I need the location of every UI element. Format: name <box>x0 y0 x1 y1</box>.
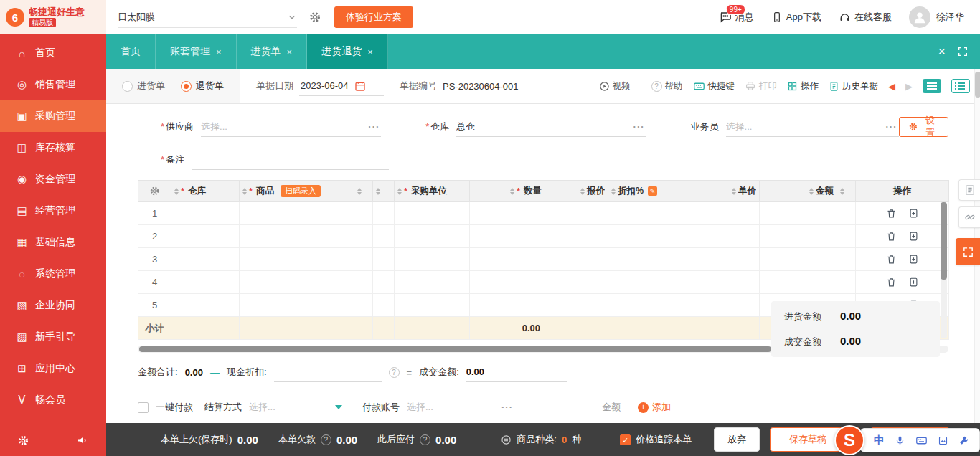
cell-qty[interactable] <box>470 271 545 294</box>
ime-mic-icon[interactable] <box>895 435 905 446</box>
history-button[interactable]: 历史单据 <box>829 80 878 92</box>
onekey-pay-checkbox[interactable] <box>138 402 149 413</box>
warehouse-more-button[interactable]: ··· <box>632 121 646 132</box>
sidebar-item-guide[interactable]: ▨新手引导 <box>0 321 106 353</box>
vertical-scrollbar-thumb[interactable] <box>941 202 947 280</box>
prev-doc-icon[interactable]: ◀ <box>888 81 895 92</box>
cell-price[interactable] <box>682 294 760 317</box>
sidebar-item-member[interactable]: Ⅴ畅会员 <box>0 384 106 416</box>
copy-row-icon[interactable] <box>908 277 919 288</box>
cash-discount-input[interactable] <box>274 364 400 381</box>
cell-product[interactable] <box>240 202 354 225</box>
video-button[interactable]: 视频 <box>599 80 631 92</box>
warehouse-input[interactable] <box>456 118 631 136</box>
add-payment-button[interactable]: + 添加 <box>638 401 671 414</box>
ime-tools-icon[interactable] <box>958 435 969 446</box>
supplier-input[interactable] <box>201 118 367 136</box>
cell-discount[interactable] <box>608 225 682 248</box>
cell-amount[interactable] <box>760 202 837 225</box>
sidebar-item-sales[interactable]: ◎销售管理 <box>0 69 106 100</box>
copy-row-icon[interactable] <box>908 231 919 242</box>
delete-row-icon[interactable] <box>886 254 897 265</box>
salesman-input[interactable] <box>726 118 885 136</box>
company-select[interactable]: 日太阳膜 <box>118 6 297 28</box>
online-service-button[interactable]: 在线客服 <box>839 11 892 24</box>
copy-row-icon[interactable] <box>908 254 919 265</box>
cell-product[interactable] <box>240 271 354 294</box>
operations-button[interactable]: 操作 <box>787 80 819 92</box>
radio-return-order[interactable]: 退货单 <box>181 80 224 92</box>
sort-icon[interactable] <box>174 188 179 195</box>
cell-qty[interactable] <box>470 225 545 248</box>
sidebar-item-baseinfo[interactable]: ▦基础信息 <box>0 227 106 258</box>
cell-discount[interactable] <box>608 271 682 294</box>
cell-price[interactable] <box>682 202 760 225</box>
cell-discount[interactable] <box>608 202 682 225</box>
settings-gear-icon[interactable] <box>17 434 29 447</box>
pay-account-input[interactable] <box>407 399 500 416</box>
tab-close-icon[interactable]: × <box>367 47 373 57</box>
supplier-more-button[interactable]: ··· <box>367 121 381 132</box>
print-button[interactable]: 打印 <box>745 80 777 92</box>
cell-qty[interactable] <box>470 248 545 271</box>
cell-qty[interactable] <box>470 202 545 225</box>
sidebar-item-collaboration[interactable]: ▧企业协同 <box>0 290 106 321</box>
feedback-form-button[interactable] <box>958 179 980 201</box>
price-track-checkbox[interactable]: ✓ <box>620 434 631 445</box>
delete-row-icon[interactable] <box>886 277 897 288</box>
remark-input[interactable] <box>192 151 389 168</box>
discount-edit-icon[interactable]: ✎ <box>648 186 657 196</box>
page-scrollbar-thumb[interactable] <box>975 72 980 98</box>
sort-icon[interactable] <box>580 188 585 195</box>
cell-warehouse[interactable] <box>171 248 240 271</box>
cell-quote[interactable] <box>545 248 608 271</box>
avatar[interactable] <box>909 6 930 28</box>
sidebar-item-funds[interactable]: ◉资金管理 <box>0 163 106 195</box>
ime-lang-toggle[interactable]: 中 <box>874 434 885 447</box>
radio-purchase-order[interactable]: 进货单 <box>122 80 165 92</box>
settings-button[interactable]: 设置 <box>899 117 948 137</box>
delete-row-icon[interactable] <box>886 208 897 219</box>
tab-close-icon[interactable]: × <box>287 47 293 57</box>
question-icon[interactable]: ? <box>389 367 400 378</box>
fullscreen-icon[interactable] <box>957 46 969 57</box>
sort-icon[interactable] <box>840 188 844 195</box>
cell-unit[interactable] <box>395 271 470 294</box>
sort-icon[interactable] <box>732 188 736 195</box>
cell-price[interactable] <box>682 271 760 294</box>
cell-amount[interactable] <box>760 271 837 294</box>
share-link-button[interactable] <box>958 206 980 228</box>
scan-entry-button[interactable]: 扫码录入 <box>281 185 321 197</box>
settle-method-input[interactable] <box>249 399 335 416</box>
abandon-button[interactable]: 放弃 <box>714 427 760 452</box>
sort-icon[interactable] <box>357 188 362 195</box>
cell-discount[interactable] <box>608 294 682 317</box>
view-toggle-detail-icon[interactable] <box>951 79 970 93</box>
tab-purchase-return[interactable]: 进货退货× <box>307 34 388 69</box>
cell-unit[interactable] <box>395 248 470 271</box>
speaker-icon[interactable] <box>76 434 89 447</box>
date-picker[interactable]: 2023-06-04 <box>299 76 384 96</box>
cell-amount[interactable] <box>760 248 837 271</box>
sort-icon[interactable] <box>510 188 514 195</box>
app-download-button[interactable]: App下载 <box>771 11 821 24</box>
cell-price[interactable] <box>682 248 760 271</box>
sidebar-item-appcenter[interactable]: ⊞应用中心 <box>0 353 106 384</box>
sidebar-item-purchase[interactable]: ▣采购管理 <box>0 100 106 132</box>
help-button[interactable]: ? 帮助 <box>651 80 683 92</box>
sidebar-item-business[interactable]: ▤经营管理 <box>0 195 106 227</box>
sort-icon[interactable] <box>397 188 402 195</box>
question-icon[interactable]: ? <box>321 434 331 445</box>
ime-keyboard-icon[interactable] <box>915 434 928 447</box>
horizontal-scrollbar-thumb[interactable] <box>139 346 771 352</box>
cell-amount[interactable] <box>760 225 837 248</box>
messages-button[interactable]: 99+ 消息 <box>719 11 754 24</box>
cell-product[interactable] <box>240 225 354 248</box>
close-all-tabs-icon[interactable]: × <box>938 45 946 58</box>
grid-settings-icon[interactable] <box>141 186 168 196</box>
sort-icon[interactable] <box>611 188 616 195</box>
sort-icon[interactable] <box>809 188 814 195</box>
cell-product[interactable] <box>240 248 354 271</box>
hotkey-button[interactable]: 快捷键 <box>693 80 735 92</box>
copy-row-icon[interactable] <box>908 208 919 219</box>
